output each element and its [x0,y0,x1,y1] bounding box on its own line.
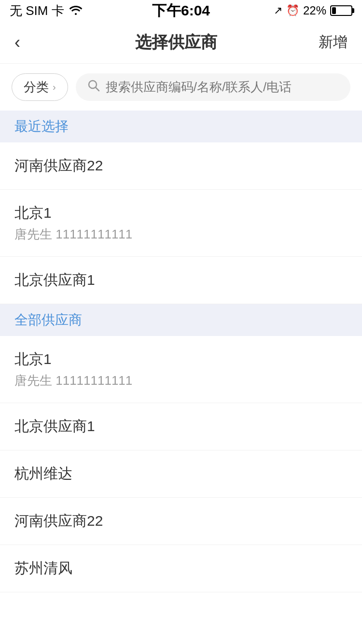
page-title: 选择供应商 [135,31,217,54]
list-item[interactable]: 北京供应商1 [0,257,362,304]
all-section-header: 全部供应商 [0,304,362,336]
battery-percent: 22% [303,4,326,17]
item-sub: 唐先生 11111111111 [14,226,348,243]
item-name: 北京1 [14,203,348,223]
alarm-icon: ⏰ [286,4,299,17]
list-item[interactable]: 苏州清风 [0,545,362,592]
item-name: 杭州维达 [14,464,348,484]
category-button[interactable]: 分类 › [12,73,68,101]
search-icon [87,79,100,95]
wifi-icon [69,3,83,18]
back-button[interactable]: ‹ [14,32,43,53]
status-bar: 无 SIM 卡 下午6:04 ↗ ⏰ 22% [0,0,362,21]
sim-text: 无 SIM 卡 [10,2,64,19]
nav-bar: ‹ 选择供应商 新增 [0,21,362,64]
status-right: ↗ ⏰ 22% [274,4,352,17]
filter-bar: 分类 › [0,64,362,111]
recent-list: 河南供应商22北京1唐先生 11111111111北京供应商1 [0,142,362,304]
search-input[interactable] [106,80,339,95]
battery-icon [330,5,352,16]
all-list: 北京1唐先生 11111111111北京供应商1杭州维达河南供应商22苏州清风 [0,336,362,592]
item-name: 北京供应商1 [14,417,348,436]
battery-fill [332,7,336,14]
list-item[interactable]: 河南供应商22 [0,142,362,190]
item-name: 河南供应商22 [14,156,348,176]
category-label: 分类 [24,79,49,96]
list-item[interactable]: 杭州维达 [0,450,362,498]
item-name: 北京1 [14,350,348,369]
list-item[interactable]: 河南供应商22 [0,498,362,545]
item-name: 北京供应商1 [14,270,348,290]
svg-line-1 [96,87,99,91]
item-name: 河南供应商22 [14,511,348,531]
list-item[interactable]: 北京供应商1 [0,403,362,450]
list-item[interactable]: 北京1唐先生 11111111111 [0,336,362,403]
location-icon: ↗ [274,4,282,17]
chevron-right-icon: › [53,82,56,93]
add-button[interactable]: 新增 [309,32,348,52]
list-item[interactable]: 北京1唐先生 11111111111 [0,190,362,257]
item-name: 苏州清风 [14,559,348,578]
item-sub: 唐先生 11111111111 [14,372,348,389]
status-left: 无 SIM 卡 [10,2,83,19]
search-box [76,73,350,101]
recent-section-header: 最近选择 [0,111,362,142]
status-time: 下午6:04 [152,1,210,21]
